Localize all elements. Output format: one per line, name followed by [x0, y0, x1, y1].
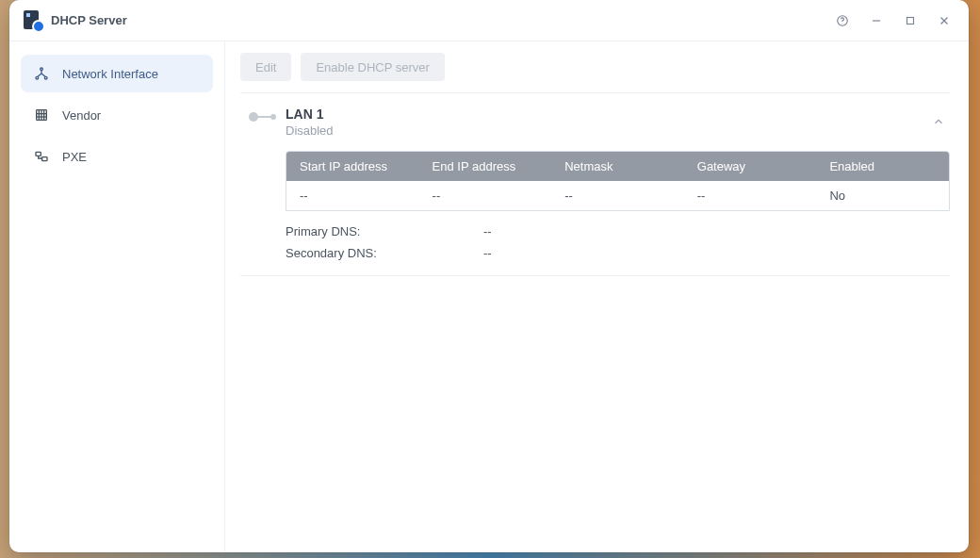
- help-icon: [836, 14, 849, 27]
- app-icon: [23, 10, 43, 31]
- interface-name: LAN 1: [286, 107, 927, 122]
- svg-rect-3: [907, 17, 914, 24]
- pxe-icon: [34, 149, 49, 164]
- sidebar-item-pxe[interactable]: PXE: [21, 138, 213, 175]
- interface-status-icon: [240, 107, 286, 122]
- edit-button[interactable]: Edit: [240, 53, 291, 81]
- content-area: Edit Enable DHCP server LAN 1 Disabled: [225, 41, 969, 552]
- table-header-row: Start IP address End IP address Netmask …: [286, 152, 949, 181]
- cell-enabled: No: [816, 181, 949, 210]
- close-icon: [938, 14, 951, 27]
- secondary-dns-value: --: [483, 246, 950, 260]
- vendor-icon: [34, 107, 49, 123]
- svg-rect-15: [36, 152, 41, 156]
- close-button[interactable]: [929, 6, 959, 36]
- sidebar-item-label: PXE: [62, 150, 87, 164]
- dns-section: Primary DNS: -- Secondary DNS: --: [286, 224, 950, 260]
- primary-dns-value: --: [483, 224, 950, 238]
- sidebar-item-label: Network Interface: [62, 67, 158, 81]
- window-title: DHCP Server: [51, 13, 127, 27]
- help-button[interactable]: [827, 6, 858, 36]
- cell-netmask: --: [551, 181, 684, 210]
- sidebar-item-vendor[interactable]: Vendor: [21, 96, 213, 134]
- sidebar: Network Interface Vendor PXE: [9, 41, 225, 552]
- interface-panel: LAN 1 Disabled Start IP add: [240, 93, 950, 276]
- cell-start-ip: --: [286, 181, 419, 210]
- maximize-icon: [904, 14, 917, 27]
- svg-point-6: [36, 76, 39, 79]
- interface-state: Disabled: [286, 123, 927, 138]
- secondary-dns-label: Secondary DNS:: [286, 246, 483, 260]
- maximize-button[interactable]: [895, 6, 925, 36]
- minimize-icon: [870, 14, 883, 27]
- minimize-button[interactable]: [861, 6, 891, 36]
- col-end-ip: End IP address: [419, 152, 552, 181]
- svg-point-7: [41, 68, 43, 71]
- cell-gateway: --: [684, 181, 817, 210]
- sidebar-item-network-interface[interactable]: Network Interface: [21, 55, 213, 92]
- svg-point-8: [44, 76, 47, 79]
- svg-point-1: [842, 23, 843, 24]
- cell-end-ip: --: [419, 181, 552, 210]
- chevron-up-icon: [932, 115, 945, 128]
- col-gateway: Gateway: [684, 152, 817, 181]
- col-enabled: Enabled: [816, 152, 949, 181]
- sidebar-item-label: Vendor: [62, 108, 101, 123]
- toolbar: Edit Enable DHCP server: [240, 53, 950, 93]
- primary-dns-label: Primary DNS:: [286, 224, 483, 238]
- table-row[interactable]: -- -- -- -- No: [286, 181, 949, 210]
- title-bar[interactable]: DHCP Server: [9, 0, 969, 41]
- col-start-ip: Start IP address: [286, 152, 419, 181]
- network-icon: [34, 66, 49, 81]
- collapse-toggle[interactable]: [927, 110, 950, 133]
- enable-dhcp-button[interactable]: Enable DHCP server: [301, 53, 444, 81]
- dhcp-range-table: Start IP address End IP address Netmask …: [286, 151, 950, 211]
- app-window: DHCP Server Network Interface: [9, 0, 969, 552]
- svg-rect-16: [42, 157, 47, 161]
- col-netmask: Netmask: [551, 152, 684, 181]
- window-controls: [827, 6, 959, 36]
